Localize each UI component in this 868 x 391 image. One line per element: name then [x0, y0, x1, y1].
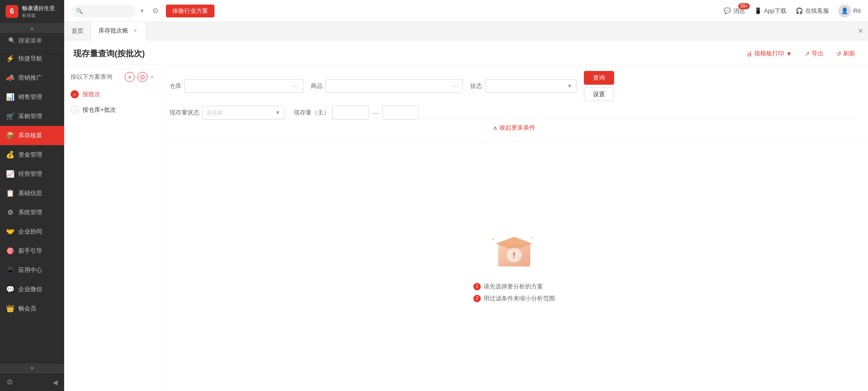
sidebar-item-wechat-label: 企业微信	[18, 285, 42, 293]
sidebar-item-basics[interactable]: 📋 基础信息	[0, 184, 64, 203]
warehouse-filter: 仓库 ···	[170, 79, 303, 93]
inventory-qty-min[interactable]	[332, 106, 369, 119]
sidebar-item-operations[interactable]: 📈 经营管理	[0, 164, 64, 184]
empty-step2: 用过滤条件来缩小分析范围	[483, 294, 555, 303]
left-panel-collapse-icon[interactable]: «	[150, 74, 154, 80]
sidebar-item-purchase-label: 采购管理	[18, 112, 42, 120]
inventory-qty-max[interactable]	[382, 106, 419, 119]
sidebar-item-guide[interactable]: 🎯 新手引导	[0, 241, 64, 261]
tab-bar: 首页 库存批次账 × ✕	[64, 22, 868, 40]
sidebar-search[interactable]: 🔍 搜索菜单	[0, 33, 64, 49]
app-download-button[interactable]: 📱 App下载	[754, 7, 786, 15]
sidebar-item-enterprise-label: 企业协同	[18, 228, 42, 236]
export-label: 导出	[812, 49, 824, 58]
settings-button[interactable]: 设置	[584, 87, 614, 101]
message-button[interactable]: 💬 消息 99+	[724, 7, 745, 15]
vip-icon: 👑	[5, 304, 15, 313]
export-button[interactable]: ↗ 导出	[801, 48, 827, 60]
sidebar-item-basics-label: 基础信息	[18, 189, 42, 197]
left-panel-actions: + ⊙ «	[125, 72, 154, 82]
product-input[interactable]: ···	[325, 79, 463, 93]
sidebar-item-enterprise[interactable]: 🤝 企业协同	[0, 222, 64, 241]
sidebar-item-apps[interactable]: 📱 应用中心	[0, 261, 64, 280]
sidebar-item-marketing-label: 营销推广	[18, 74, 42, 82]
topbar-gear-icon[interactable]: ⚙	[148, 4, 162, 18]
page-content: 现存量查询(按批次) 🖨 按模板打印 ▼ ↗ 导出 ↺ 刷新	[64, 40, 868, 391]
empty-illustration: ! ✦ ✦ ✦	[487, 228, 542, 273]
message-icon: 💬	[724, 7, 731, 14]
query-button[interactable]: 查询	[584, 71, 614, 85]
sidebar-item-system[interactable]: ⚙ 系统管理	[0, 203, 64, 222]
sidebar-item-sales[interactable]: 📊 销售管理	[0, 87, 64, 107]
left-panel: 按以下方案查询 + ⊙ « ✓ 按批次	[64, 65, 160, 391]
tab-batch-inventory[interactable]: 库存批次账 ×	[91, 22, 146, 40]
sidebar-item-operations-label: 经营管理	[18, 170, 42, 178]
scheme-inactive-icon: ○	[71, 106, 79, 114]
sidebar-item-marketing[interactable]: 📣 营销推广	[0, 68, 64, 87]
empty-step1: 请先选择要分析的方案	[483, 282, 543, 291]
enterprise-icon: 🤝	[5, 227, 15, 236]
status-input[interactable]: ▼	[485, 79, 577, 93]
purchase-icon: 🛒	[5, 112, 15, 121]
sidebar-scroll-up[interactable]: ▲	[0, 24, 64, 33]
experience-industry-button[interactable]: 体验行业方案	[166, 5, 214, 17]
filter-area: 仓库 ··· 商品 ···	[160, 65, 868, 142]
operations-icon: 📈	[5, 169, 15, 179]
sidebar-item-shortcuts[interactable]: ⚡ 快捷导航	[0, 49, 64, 68]
topbar-search-icon: 🔍	[76, 8, 83, 14]
sidebar-item-vip[interactable]: 👑 畅会员	[0, 299, 64, 318]
sidebar: 6 畅康通好生意 标准版 ▲ 🔍 搜索菜单 ⚡ 快捷导航 📣 营销推广 📊 销售…	[0, 0, 64, 391]
guide-icon: 🎯	[5, 246, 15, 255]
add-scheme-button[interactable]: +	[125, 72, 135, 82]
empty-text: 1 请先选择要分析的方案 2 用过滤条件来缩小分析范围	[473, 282, 555, 306]
print-label: 按模板打印	[754, 49, 784, 58]
scheme-active-icon: ✓	[71, 90, 79, 98]
topbar-search-box[interactable]: 🔍	[71, 5, 136, 17]
refresh-button[interactable]: ↺ 刷新	[833, 48, 859, 60]
inventory-qty-filter: 现存量（主） —	[294, 106, 419, 119]
svg-text:✦: ✦	[491, 237, 495, 242]
product-more-icon: ···	[452, 82, 459, 90]
page-body: 按以下方案查询 + ⊙ « ✓ 按批次	[64, 65, 868, 391]
sidebar-item-inventory[interactable]: 📦 库存核算	[0, 126, 64, 145]
service-icon: 🎧	[796, 7, 803, 14]
user-menu[interactable]: 👤 Rit	[838, 5, 861, 17]
system-icon: ⚙	[5, 208, 15, 217]
filter-collapse-button[interactable]: ∧ 收起更多条件	[170, 119, 859, 136]
warehouse-label: 仓库	[170, 82, 181, 90]
marketing-icon: 📣	[5, 73, 15, 82]
print-dropdown-icon: ▼	[786, 50, 792, 57]
tab-close-icon[interactable]: ×	[132, 27, 138, 34]
sidebar-item-finance-label: 资金管理	[18, 151, 42, 159]
sidebar-scroll-down[interactable]: ▼	[0, 364, 64, 373]
scheme-settings-button[interactable]: ⊙	[137, 72, 148, 82]
svg-text:!: !	[513, 251, 515, 259]
status-filter: 状态 ▼	[470, 79, 577, 93]
add-icon: +	[128, 73, 132, 81]
apps-icon: 📱	[5, 266, 15, 275]
basics-icon: 📋	[5, 189, 15, 198]
tab-batch-inventory-label: 库存批次账	[99, 27, 128, 35]
sidebar-item-finance[interactable]: 💰 资金管理	[0, 145, 64, 164]
online-service-button[interactable]: 🎧 在线客服	[796, 7, 829, 15]
sidebar-footer: ⚙ ◀	[0, 373, 64, 391]
inventory-status-input[interactable]: 请选择 ▼	[202, 106, 285, 119]
action-buttons: 查询 设置	[584, 71, 614, 101]
topbar-dropdown-icon[interactable]: ▼	[139, 8, 145, 14]
sidebar-item-wechat[interactable]: 💬 企业微信	[0, 280, 64, 299]
empty-state: ! ✦ ✦ ✦ 1 请先选择要分析的方案 2 用过滤条件来缩小分析	[160, 142, 868, 391]
avatar: 👤	[838, 5, 851, 17]
footer-settings-icon[interactable]: ⚙	[6, 378, 13, 386]
scheme-item-by-batch[interactable]: ✓ 按批次	[64, 87, 160, 102]
print-button[interactable]: 🖨 按模板打印 ▼	[743, 48, 796, 60]
message-badge: 99+	[738, 3, 750, 9]
tab-close-all-icon[interactable]: ✕	[857, 27, 863, 35]
tab-home[interactable]: 首页	[64, 22, 91, 40]
sidebar-item-purchase[interactable]: 🛒 采购管理	[0, 107, 64, 126]
app-download-icon: 📱	[754, 7, 762, 14]
inventory-qty-label: 现存量（主）	[294, 109, 330, 117]
scheme-item-by-warehouse-batch[interactable]: ○ 按仓库+批次	[64, 102, 160, 118]
warehouse-input[interactable]: ···	[184, 79, 303, 93]
footer-collapse-icon[interactable]: ◀	[53, 379, 58, 386]
search-icon: 🔍	[8, 37, 16, 44]
